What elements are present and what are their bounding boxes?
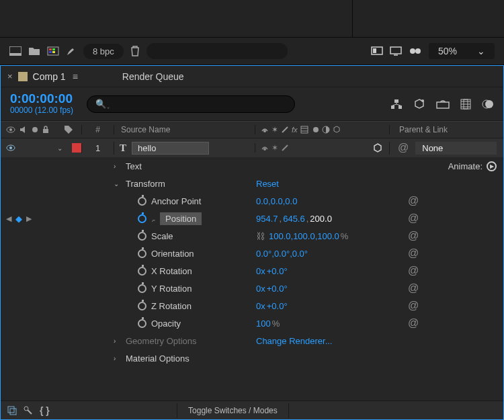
stopwatch-icon[interactable] — [138, 267, 146, 276]
xrot-deg[interactable]: +0.0° — [267, 266, 288, 276]
current-timecode[interactable]: 0:00:00:00 — [10, 92, 73, 106]
layer-search-input[interactable]: 🔍 ˯ — [87, 95, 295, 113]
svg-rect-3 — [49, 48, 52, 50]
parent-dropdown[interactable]: None — [415, 142, 497, 155]
stopwatch-icon[interactable] — [138, 249, 146, 258]
zoom-dropdown[interactable]: 50% ⌄ — [429, 43, 495, 59]
blend-switch-icon — [281, 126, 289, 134]
layer-shy-switch[interactable] — [261, 144, 269, 152]
position-z[interactable]: 200.0 — [310, 214, 332, 224]
expression-pickwhip[interactable]: @ — [408, 282, 419, 294]
expression-pickwhip[interactable]: @ — [408, 317, 419, 329]
layer-color-swatch[interactable] — [72, 143, 81, 153]
goggles-icon[interactable] — [409, 47, 422, 55]
yrot-deg[interactable]: +0.0° — [267, 284, 288, 294]
index-column-header[interactable]: # — [81, 125, 114, 134]
change-renderer-link[interactable]: Change Renderer... — [256, 336, 332, 346]
position-label[interactable]: Position — [160, 212, 202, 225]
frame-blend-icon[interactable] — [460, 99, 471, 110]
expression-pickwhip[interactable]: @ — [408, 195, 419, 206]
stopwatch-icon[interactable] — [138, 284, 146, 293]
next-keyframe-button[interactable]: ▶ — [26, 214, 32, 223]
comp-tab-label: Comp 1 — [33, 71, 66, 82]
xrot-turns[interactable]: 0x — [256, 266, 265, 276]
panel-layout-icon[interactable] — [9, 46, 22, 56]
yrot-turns[interactable]: 0x — [256, 284, 265, 294]
geometry-options-row[interactable]: › Geometry Options Change Renderer... — [1, 332, 503, 349]
screen-icon[interactable] — [371, 46, 383, 56]
svg-line-46 — [28, 410, 32, 414]
label-header-icon[interactable] — [64, 125, 73, 134]
position-y[interactable]: 645.6 — [283, 214, 305, 224]
layer-stack-icon[interactable] — [7, 406, 17, 415]
layer-3d-switch[interactable] — [373, 143, 382, 153]
keyframe-diamond[interactable]: ◆ — [15, 214, 22, 224]
transform-reset-link[interactable]: Reset — [256, 179, 279, 189]
zrot-turns[interactable]: 0x — [256, 301, 265, 311]
opacity-value[interactable]: 100 — [256, 319, 271, 329]
expression-pickwhip[interactable]: @ — [408, 212, 419, 224]
bit-depth-button[interactable]: 8 bpc — [83, 44, 124, 59]
link-constrain-icon[interactable]: ⛓ — [256, 231, 265, 241]
visibility-toggle[interactable] — [6, 144, 15, 151]
parent-column-header[interactable]: Parent & Link — [389, 125, 503, 134]
expression-pickwhip[interactable]: @ — [408, 300, 419, 311]
monitor-icon[interactable] — [390, 46, 402, 56]
scale-value[interactable]: 100.0,100.0,100.0 — [269, 231, 339, 241]
frame-rate-display[interactable]: 00000 (12.00 fps) — [10, 106, 73, 115]
audio-header-icon[interactable] — [19, 126, 28, 134]
expression-pickwhip[interactable]: @ — [408, 265, 419, 276]
prev-keyframe-button[interactable]: ◀ — [6, 214, 11, 223]
close-icon[interactable]: × — [7, 71, 13, 81]
position-x[interactable]: 954.7 — [256, 214, 278, 224]
bone-icon[interactable] — [24, 406, 33, 415]
lock-header-icon[interactable] — [42, 126, 49, 134]
zrot-deg[interactable]: +0.0° — [267, 301, 288, 311]
stopwatch-icon[interactable] — [138, 319, 146, 328]
solo-header-icon[interactable] — [32, 126, 38, 133]
brush-icon[interactable] — [66, 46, 77, 56]
tab-render-queue[interactable]: Render Queue — [122, 71, 184, 82]
layer-row-1[interactable]: ⌄ 1 T hello ✶ @ None — [1, 138, 503, 157]
stopwatch-icon[interactable] — [138, 214, 146, 223]
stopwatch-icon[interactable] — [138, 232, 146, 241]
draft3d-icon[interactable] — [413, 98, 425, 110]
svg-rect-1 — [9, 53, 22, 56]
svg-line-42 — [282, 145, 288, 151]
graph-editor-icon[interactable]: ⦧ — [151, 214, 156, 224]
material-options-row[interactable]: › Material Options — [1, 349, 503, 367]
tab-menu-icon[interactable]: ≡ — [73, 71, 78, 82]
trash-icon[interactable] — [130, 46, 140, 56]
motion-blur-icon[interactable] — [482, 98, 494, 110]
visibility-header-icon[interactable] — [6, 126, 15, 133]
color-swatch-icon[interactable] — [47, 46, 59, 56]
orientation-value[interactable]: 0.0°,0.0°,0.0° — [256, 249, 308, 259]
stopwatch-icon[interactable] — [138, 302, 146, 310]
tab-comp1[interactable]: × Comp 1 ≡ — [1, 66, 85, 87]
anchor-value[interactable]: 0.0,0.0,0.0 — [256, 196, 297, 206]
source-column-header[interactable]: Source Name — [114, 125, 255, 134]
shy-icon[interactable] — [436, 99, 450, 109]
layer-collapse-switch[interactable]: ✶ — [271, 143, 278, 153]
stopwatch-icon[interactable] — [138, 197, 146, 206]
parent-pickwhip[interactable]: @ — [398, 142, 409, 154]
svg-point-37 — [313, 127, 319, 132]
comp-flowchart-icon[interactable] — [390, 99, 403, 110]
animate-menu[interactable]: Animate: ▶ — [448, 161, 497, 171]
zoom-value: 50% — [438, 46, 457, 56]
transform-group-row[interactable]: ⌄ Transform Reset — [1, 175, 503, 192]
expression-pickwhip[interactable]: @ — [408, 230, 419, 241]
svg-point-29 — [9, 128, 12, 131]
expression-pickwhip[interactable]: @ — [408, 247, 419, 259]
brackets-icon[interactable]: { } — [40, 405, 50, 416]
chevron-right-icon[interactable]: › — [114, 355, 120, 362]
layer-quality-switch[interactable] — [281, 144, 289, 152]
chevron-down-icon[interactable]: ⌄ — [114, 180, 120, 187]
chevron-right-icon[interactable]: › — [114, 163, 120, 170]
folder-icon[interactable] — [28, 46, 40, 56]
layer-twirl[interactable]: ⌄ — [57, 144, 62, 152]
layer-name-field[interactable]: hello — [132, 142, 209, 155]
toggle-switches-button[interactable]: Toggle Switches / Modes — [177, 403, 289, 418]
text-group-row[interactable]: › Text Animate: ▶ — [1, 157, 503, 175]
chevron-right-icon[interactable]: › — [114, 337, 120, 345]
